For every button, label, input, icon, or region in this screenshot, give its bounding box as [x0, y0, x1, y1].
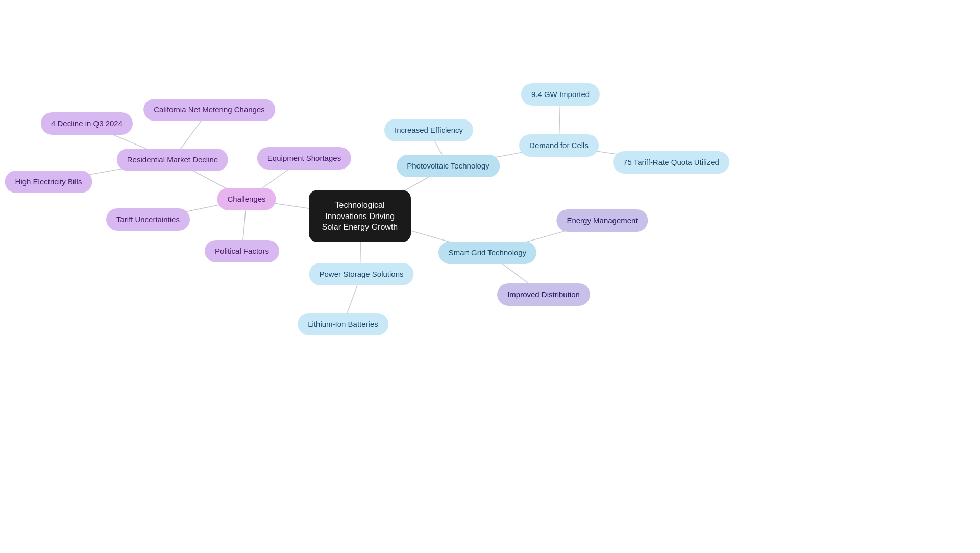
node-label-energy_management: Energy Management [567, 215, 638, 226]
node-residential_decline[interactable]: Residential Market Decline [117, 149, 228, 171]
node-label-tariff_uncertainties: Tariff Uncertainties [116, 214, 180, 225]
node-gw_imported[interactable]: 9.4 GW Imported [521, 83, 600, 106]
node-photovoltaic[interactable]: Photovoltaic Technology [397, 155, 500, 177]
node-california_net[interactable]: California Net Metering Changes [143, 99, 275, 121]
node-tariff_uncertainties[interactable]: Tariff Uncertainties [106, 208, 190, 231]
node-challenges[interactable]: Challenges [217, 188, 276, 210]
node-energy_management[interactable]: Energy Management [556, 209, 648, 232]
mind-map: Technological Innovations Driving Solar … [0, 0, 980, 553]
node-power_storage[interactable]: Power Storage Solutions [309, 263, 413, 285]
node-tariff_quota[interactable]: 75 Tariff-Rate Quota Utilized [613, 151, 729, 174]
node-label-four_decline: 4 Decline in Q3 2024 [51, 118, 122, 129]
node-label-challenges: Challenges [227, 194, 265, 204]
node-lithium_ion[interactable]: Lithium-Ion Batteries [298, 313, 388, 335]
connections-svg [0, 0, 980, 553]
node-label-residential_decline: Residential Market Decline [127, 155, 218, 165]
node-label-power_storage: Power Storage Solutions [319, 269, 403, 279]
node-label-political_factors: Political Factors [215, 246, 269, 256]
node-label-high_electricity: High Electricity Bills [15, 177, 82, 187]
node-label-tariff_quota: 75 Tariff-Rate Quota Utilized [623, 157, 719, 167]
node-increased_efficiency[interactable]: Increased Efficiency [384, 119, 473, 141]
node-label-increased_efficiency: Increased Efficiency [395, 125, 463, 135]
node-label-california_net: California Net Metering Changes [154, 105, 265, 115]
node-demand_cells[interactable]: Demand for Cells [519, 134, 599, 157]
node-label-lithium_ion: Lithium-Ion Batteries [308, 319, 378, 329]
node-high_electricity[interactable]: High Electricity Bills [5, 171, 92, 193]
node-equipment_shortages[interactable]: Equipment Shortages [257, 147, 351, 170]
node-label-center: Technological Innovations Driving Solar … [320, 200, 400, 233]
node-label-improved_distribution: Improved Distribution [507, 290, 580, 300]
node-political_factors[interactable]: Political Factors [205, 240, 279, 262]
node-label-smart_grid: Smart Grid Technology [449, 248, 526, 258]
node-label-gw_imported: 9.4 GW Imported [531, 89, 590, 100]
node-four_decline[interactable]: 4 Decline in Q3 2024 [41, 112, 133, 135]
node-smart_grid[interactable]: Smart Grid Technology [438, 242, 536, 264]
node-label-equipment_shortages: Equipment Shortages [267, 153, 341, 163]
node-center[interactable]: Technological Innovations Driving Solar … [309, 190, 411, 242]
node-label-photovoltaic: Photovoltaic Technology [407, 161, 489, 171]
node-label-demand_cells: Demand for Cells [529, 140, 589, 151]
node-improved_distribution[interactable]: Improved Distribution [497, 283, 590, 306]
